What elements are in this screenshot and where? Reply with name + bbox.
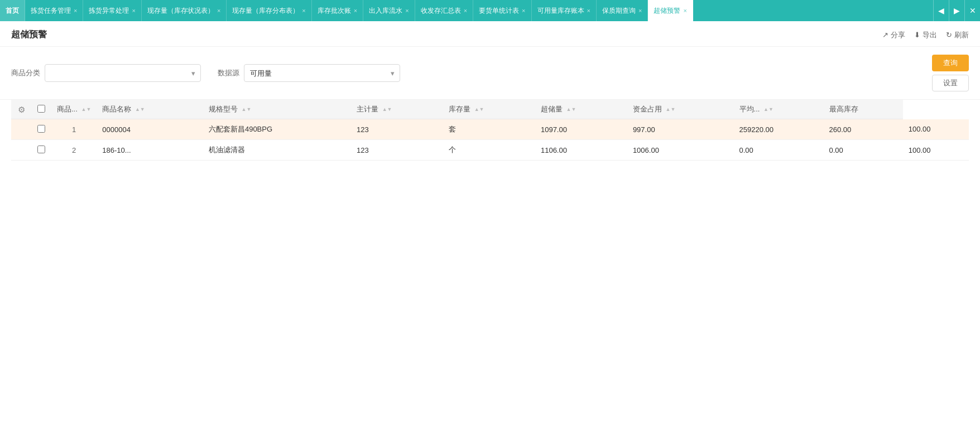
refresh-icon: ↻ <box>946 31 952 39</box>
nav-tab-recv-send[interactable]: 收发存汇总表 × <box>415 0 473 21</box>
row-capital-1: 0.00 <box>734 140 824 161</box>
nav-tab-inout-flow-close[interactable]: × <box>405 7 409 14</box>
row-index-0: 1 <box>51 119 97 140</box>
refresh-button[interactable]: ↻ 刷新 <box>946 30 969 40</box>
nav-tab-order-stat-label: 要货单统计表 <box>479 6 519 16</box>
row-spec-1: 123 <box>351 140 443 161</box>
sort-icon-capital: ▲▼ <box>666 107 676 112</box>
nav-tab-available-account-close[interactable]: × <box>587 7 590 14</box>
nav-tab-home-label: 首页 <box>6 6 19 16</box>
nav-tab-abnormal[interactable]: 拣货异常处理 × <box>83 0 141 21</box>
share-icon: ↗ <box>882 31 888 39</box>
nav-tab-available-account[interactable]: 可用量库存账本 × <box>532 0 597 21</box>
col-header-max-stock[interactable]: 最高库存 <box>824 100 903 119</box>
share-button[interactable]: ↗ 分享 <box>882 30 905 40</box>
nav-tab-task-mgmt-label: 拣货任务管理 <box>31 6 71 16</box>
nav-arrow-close[interactable]: ✕ <box>964 0 980 21</box>
row-stock-0: 1097.00 <box>535 119 627 140</box>
nav-tab-abnormal-close[interactable]: × <box>132 7 135 14</box>
row-checkbox-0[interactable] <box>37 125 45 133</box>
datasource-select-wrap: 可用量 库存量 <box>244 64 400 82</box>
col-header-code[interactable]: 商品... ▲▼ <box>51 100 97 119</box>
row-max-stock-1: 100.00 <box>903 140 969 161</box>
col-header-check <box>31 100 51 119</box>
row-overstock-0: 997.00 <box>627 119 734 140</box>
row-spec-0: 123 <box>351 119 443 140</box>
row-checkbox-1[interactable] <box>37 146 45 153</box>
col-header-capital[interactable]: 资金占用 ▲▼ <box>627 100 734 119</box>
nav-tab-order-stat[interactable]: 要货单统计表 × <box>473 0 531 21</box>
nav-tab-order-stat-close[interactable]: × <box>522 7 525 14</box>
row-unit-1: 个 <box>443 140 535 161</box>
row-max-stock-0: 100.00 <box>903 119 969 140</box>
nav-tab-inout-flow-label: 出入库流水 <box>369 6 402 16</box>
main-content: 超储预警 ↗ 分享 ⬇ 导出 ↻ 刷新 商品分类 <box>0 21 980 446</box>
nav-tab-stock-dist[interactable]: 现存量（库存分布表） × <box>227 0 311 21</box>
nav-tab-overstock-alert-close[interactable]: × <box>683 7 686 14</box>
row-capital-0: 259220.00 <box>734 119 824 140</box>
nav-arrow-right[interactable]: ▶ <box>949 0 964 21</box>
filter-group-category: 商品分类 <box>11 64 201 82</box>
nav-tab-task-mgmt[interactable]: 拣货任务管理 × <box>25 0 83 21</box>
export-label: 导出 <box>923 30 937 40</box>
row-gear-1 <box>11 140 31 161</box>
nav-tab-quality-check[interactable]: 保质期查询 × <box>597 0 648 21</box>
row-unit-0: 套 <box>443 119 535 140</box>
row-gear-0 <box>11 119 31 140</box>
nav-tab-abnormal-label: 拣货异常处理 <box>89 6 129 16</box>
query-button[interactable]: 查询 <box>932 55 969 71</box>
nav-tab-recv-send-close[interactable]: × <box>464 7 467 14</box>
sort-icon-spec: ▲▼ <box>242 107 252 112</box>
nav-tab-home[interactable]: 首页 <box>0 0 25 21</box>
col-header-avg[interactable]: 平均... ▲▼ <box>734 100 824 119</box>
table-row: 1 0000004 六配套新昌490BPG 123 套 1097.00 997.… <box>11 119 969 140</box>
page-title: 超储预警 <box>11 29 47 41</box>
nav-tab-batch-account[interactable]: 库存批次账 × <box>312 0 363 21</box>
filter-actions: 查询 设置 <box>932 55 969 91</box>
category-select-wrap <box>45 64 201 82</box>
row-avg-0: 260.00 <box>824 119 903 140</box>
sort-icon-overstock: ▲▼ <box>566 107 577 112</box>
nav-tab-quality-check-close[interactable]: × <box>638 7 642 14</box>
row-index-1: 2 <box>51 140 97 161</box>
category-select[interactable] <box>45 64 201 82</box>
nav-tab-overstock-alert-label: 超储预警 <box>654 6 680 16</box>
row-name-1: 机油滤清器 <box>203 140 351 161</box>
nav-tab-batch-account-close[interactable]: × <box>354 7 357 14</box>
nav-tab-quality-check-label: 保质期查询 <box>602 6 636 16</box>
table-header-row: ⚙ 商品... ▲▼ 商品名称 ▲▼ 规格型号 ▲▼ <box>11 100 969 119</box>
table-row: 2 186-10... 机油滤清器 123 个 1106.00 1006.00 … <box>11 140 969 161</box>
nav-tab-recv-send-label: 收发存汇总表 <box>421 6 461 16</box>
datasource-select[interactable]: 可用量 库存量 <box>244 64 400 82</box>
nav-tab-stock-status[interactable]: 现存量（库存状况表） × <box>142 0 227 21</box>
nav-tab-overstock-alert[interactable]: 超储预警 × <box>648 0 693 21</box>
col-header-gear: ⚙ <box>11 100 31 119</box>
sort-icon-stock: ▲▼ <box>474 107 484 112</box>
col-header-spec[interactable]: 规格型号 ▲▼ <box>203 100 351 119</box>
refresh-label: 刷新 <box>954 30 969 40</box>
gear-icon[interactable]: ⚙ <box>17 105 26 114</box>
nav-arrow-left[interactable]: ◀ <box>933 0 949 21</box>
settings-button[interactable]: 设置 <box>932 75 969 91</box>
datasource-label: 数据源 <box>218 68 239 78</box>
nav-tab-stock-dist-close[interactable]: × <box>302 7 305 14</box>
row-stock-1: 1106.00 <box>535 140 627 161</box>
nav-tab-stock-status-close[interactable]: × <box>217 7 220 14</box>
row-code-1: 186-10... <box>97 140 203 161</box>
row-avg-1: 0.00 <box>824 140 903 161</box>
nav-tab-inout-flow[interactable]: 出入库流水 × <box>363 0 415 21</box>
nav-tab-task-mgmt-close[interactable]: × <box>74 7 77 14</box>
select-all-checkbox[interactable] <box>37 105 45 113</box>
col-header-unit[interactable]: 主计量 ▲▼ <box>351 100 443 119</box>
nav-arrows: ◀ ▶ ✕ <box>933 0 980 21</box>
page-actions: ↗ 分享 ⬇ 导出 ↻ 刷新 <box>882 30 969 40</box>
nav-tab-available-account-label: 可用量库存账本 <box>537 6 584 16</box>
sort-icon-avg: ▲▼ <box>763 107 774 112</box>
sort-icon-name: ▲▼ <box>135 107 145 112</box>
col-header-overstock[interactable]: 超储量 ▲▼ <box>535 100 627 119</box>
col-header-name[interactable]: 商品名称 ▲▼ <box>97 100 203 119</box>
col-header-stock[interactable]: 库存量 ▲▼ <box>443 100 535 119</box>
export-button[interactable]: ⬇ 导出 <box>914 30 937 40</box>
nav-tab-batch-account-label: 库存批次账 <box>318 6 351 16</box>
category-label: 商品分类 <box>11 68 40 78</box>
